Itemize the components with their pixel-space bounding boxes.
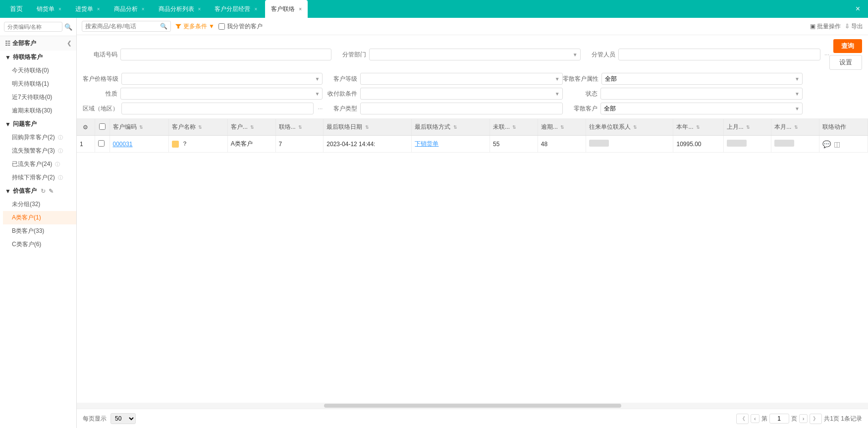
qr-icon[interactable]: ◫ [834, 140, 840, 148]
my-customer-checkbox-input[interactable] [218, 23, 225, 30]
sidebar-group-value[interactable]: ▼ 价值客户 ↻ ✎ [0, 184, 76, 198]
person-input[interactable] [618, 49, 820, 60]
toolbar-search-input[interactable] [85, 23, 158, 30]
sidebar-item-7days[interactable]: 近7天待联络(0) [3, 91, 76, 104]
nav-tab-home[interactable]: 首页 [4, 2, 29, 15]
batch-operation-button[interactable]: ▣ 批量操作 [810, 22, 841, 31]
edit-value-icon[interactable]: ✎ [49, 188, 54, 195]
close-customer-contact-tab[interactable]: × [299, 6, 302, 12]
th-overdue[interactable]: 逾期... ⇅ [538, 119, 586, 136]
nav-tab-product-list[interactable]: 商品分析列表 × [153, 0, 207, 18]
horizontal-scrollbar[interactable] [324, 404, 621, 408]
dept-select[interactable] [369, 49, 580, 60]
close-product-list-tab[interactable]: × [198, 6, 201, 12]
sidebar-search-input[interactable] [4, 22, 62, 32]
bottom-bar: 每页显示 50 20 100 《 ‹ 第 页 › 》 共1页 1条记录 [77, 409, 868, 428]
settings-button[interactable]: 设置 [829, 55, 862, 70]
sidebar-item-declining[interactable]: 持续下滑客户(2) ⓘ [3, 171, 76, 184]
value-sub-group: 未分组(32) A类客户(1) B类客户(33) C类客户(6) [0, 198, 76, 251]
retail-attr-select[interactable]: 全部 [601, 73, 803, 85]
retail-select[interactable]: 全部 [600, 103, 803, 114]
message-icon[interactable]: 💬 [822, 140, 831, 148]
query-button[interactable]: 查询 [833, 39, 862, 53]
refresh-icon[interactable]: ↻ [41, 188, 46, 195]
nature-select-wrapper: ▼ [120, 88, 323, 100]
main-layout: 🔍 ☷ 全部客户 ❮ ▼ 待联络客户 今天待联络(0) 明天待联络(1) 近7天… [0, 18, 868, 428]
nature-select[interactable] [120, 88, 323, 100]
close-sales-tab[interactable]: × [58, 6, 61, 12]
payment-select[interactable] [360, 88, 562, 100]
th-settings[interactable]: ⚙ [77, 119, 95, 136]
sidebar-item-c-class[interactable]: C类客户(6) [3, 238, 76, 251]
sidebar-item-tomorrow[interactable]: 明天待联络(1) [3, 77, 76, 91]
sidebar-search-icon[interactable]: 🔍 [64, 23, 72, 31]
sidebar-group-pending[interactable]: ▼ 待联络客户 [0, 51, 76, 64]
th-name[interactable]: 客户名称 ⇅ [168, 119, 227, 136]
close-purchase-tab[interactable]: × [97, 6, 100, 12]
sidebar-item-repurchase-abnormal[interactable]: 回购异常客户(2) ⓘ [3, 131, 76, 144]
all-customers-header[interactable]: ☷ 全部客户 ❮ [0, 36, 76, 51]
filter-cell-customer-level: 客户等级 ▼ [323, 73, 562, 85]
sort-name-icon: ⇅ [198, 125, 202, 130]
sidebar-item-today[interactable]: 今天待联络(0) [3, 64, 76, 77]
sort-no-contact-icon: ⇅ [512, 125, 516, 130]
retail-attr-select-wrapper: 全部 ▼ [601, 73, 803, 85]
nav-tab-customer-tier[interactable]: 客户分层经营 × [209, 0, 263, 18]
sidebar-item-unclassified[interactable]: 未分组(32) [3, 198, 76, 211]
retail-select-wrapper: 全部 ▼ [600, 103, 803, 114]
sidebar-item-a-class[interactable]: A类客户(1) [3, 211, 76, 224]
sidebar-group-problem[interactable]: ▼ 问题客户 [0, 117, 76, 131]
customer-type-input[interactable] [360, 103, 562, 114]
row-checkbox[interactable] [98, 140, 105, 147]
page-number-input[interactable] [769, 414, 789, 424]
sidebar-item-overdue[interactable]: 逾期未联络(30) [3, 104, 76, 117]
prev-page-btn[interactable]: ‹ [751, 414, 760, 423]
th-contact-person[interactable]: 往来单位联系人 ⇅ [586, 119, 673, 136]
th-level[interactable]: 客户... ⇅ [227, 119, 275, 136]
nav-tab-sales[interactable]: 销货单 × [31, 0, 67, 18]
sidebar-item-b-class[interactable]: B类客户(33) [3, 224, 76, 238]
nav-tab-purchase[interactable]: 进货单 × [69, 0, 106, 18]
customer-level-select[interactable] [360, 73, 562, 85]
th-no-contact-days[interactable]: 未联... ⇅ [490, 119, 538, 136]
first-page-btn[interactable]: 《 [736, 414, 749, 424]
collapse-btn[interactable]: ❮ [67, 40, 71, 47]
phone-input[interactable] [120, 49, 331, 60]
close-customer-tier-tab[interactable]: × [254, 6, 257, 12]
region-more-btn[interactable]: ··· [318, 105, 323, 112]
status-select[interactable] [600, 88, 803, 100]
th-last-contact-date[interactable]: 最后联络日期 ⇅ [324, 119, 412, 136]
td-this-month [771, 136, 819, 153]
th-checkbox[interactable] [95, 119, 109, 136]
th-last-month[interactable]: 上月... ⇅ [723, 119, 771, 136]
th-action: 联络动作 [819, 119, 868, 136]
person-more-btn[interactable]: ··· [824, 51, 829, 58]
sidebar-item-churn-warning[interactable]: 流失预警客户(3) ⓘ [3, 144, 76, 158]
th-this-year[interactable]: 本年... ⇅ [673, 119, 723, 136]
td-checkbox [95, 136, 109, 153]
last-page-btn[interactable]: 》 [810, 414, 822, 424]
price-level-select[interactable] [121, 73, 323, 85]
region-input[interactable] [121, 103, 314, 114]
export-button[interactable]: ⇩ 导出 [845, 22, 863, 31]
th-this-month[interactable]: 本月... ⇅ [771, 119, 819, 136]
filter-cell-customer-type: 客户类型 [323, 103, 562, 114]
total-info: 共1页 1条记录 [824, 415, 862, 423]
person-label: 分管人员 [581, 51, 615, 59]
filter-cell-phone: 电话号码 [83, 49, 331, 60]
nav-tab-product-analysis[interactable]: 商品分析 × [108, 0, 151, 18]
th-last-contact-method[interactable]: 最后联络方式 ⇅ [412, 119, 490, 136]
th-code[interactable]: 客户编码 ⇅ [109, 119, 168, 136]
close-product-analysis-tab[interactable]: × [142, 6, 145, 12]
page-size-select[interactable]: 50 20 100 [110, 413, 136, 424]
filter-cell-dept: 分管部门 ▼ [331, 49, 580, 60]
sidebar-item-churned[interactable]: 已流失客户(24) ⓘ [3, 158, 76, 171]
select-all-checkbox[interactable] [99, 123, 106, 130]
customer-type-label: 客户类型 [323, 105, 357, 113]
next-page-btn[interactable]: › [799, 414, 808, 423]
nav-tab-customer-contact[interactable]: 客户联络 × [265, 0, 308, 18]
th-contact-count[interactable]: 联络... ⇅ [275, 119, 324, 136]
more-filter-button[interactable]: 更多条件 ▼ [175, 22, 215, 31]
close-window-button[interactable]: × [852, 4, 864, 13]
toolbar-search-icon[interactable]: 🔍 [160, 23, 167, 30]
